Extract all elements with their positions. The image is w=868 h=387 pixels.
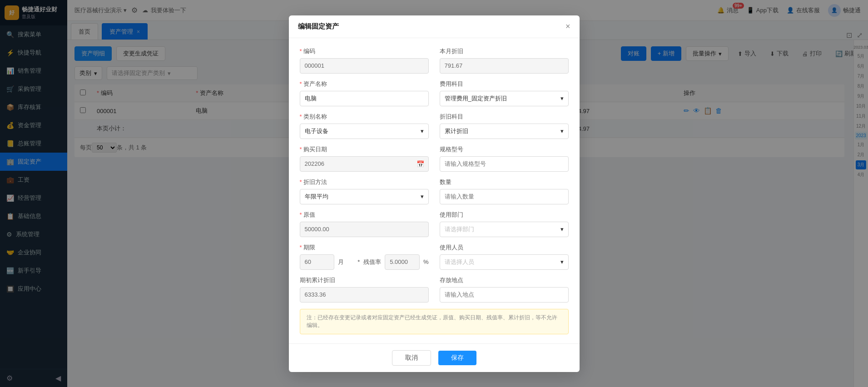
monthly-dep-label: 本月折旧 xyxy=(440,47,569,55)
quantity-field-row: 数量 xyxy=(440,178,569,204)
asset-name-label: * 资产名称 xyxy=(300,80,429,88)
expense-account-chevron-icon: ▾ xyxy=(560,95,564,102)
dep-account-field-row: 折旧科目 累计折旧 ▾ xyxy=(440,113,569,139)
dept-select[interactable]: 请选择部门 ▾ xyxy=(440,222,569,237)
dep-account-chevron-icon: ▾ xyxy=(560,128,564,134)
modal-note-text: 注：已经存在变更记录或者对应固定资产已经生成凭证，原值、购买日期、残值率、累计折… xyxy=(307,314,557,328)
cancel-button[interactable]: 取消 xyxy=(392,350,431,366)
dep-account-label: 折旧科目 xyxy=(440,113,569,121)
expense-account-value: 管理费用_固定资产折旧 xyxy=(445,94,507,103)
modal-body: * 编码 * 资产名称 xyxy=(289,38,580,343)
edit-asset-modal: 编辑固定资产 × * 编码 xyxy=(289,15,580,372)
asset-name-input[interactable] xyxy=(300,91,429,106)
category-select-value: 电子设备 xyxy=(305,127,328,135)
dep-method-select[interactable]: 年限平均 ▾ xyxy=(300,189,429,204)
location-label: 存放地点 xyxy=(440,276,569,284)
spec-label: 规格型号 xyxy=(440,145,569,154)
quantity-label: 数量 xyxy=(440,178,569,186)
purchase-date-label: * 购买日期 xyxy=(300,145,429,154)
spec-field-row: 规格型号 xyxy=(440,145,569,172)
initial-dep-label: 期初累计折旧 xyxy=(300,276,429,284)
residual-label: 残值率 xyxy=(363,258,381,266)
dep-account-select[interactable]: 累计折旧 ▾ xyxy=(440,124,569,139)
person-placeholder: 请选择人员 xyxy=(445,258,474,266)
dep-method-field-row: * 折旧方法 年限平均 ▾ xyxy=(300,178,429,204)
modal-close-btn[interactable]: × xyxy=(565,22,570,31)
dep-method-value: 年限平均 xyxy=(305,193,328,201)
modal-footer: 取消 保存 xyxy=(289,343,580,372)
period-unit: 月 xyxy=(338,258,344,266)
modal-header: 编辑固定资产 × xyxy=(289,15,580,38)
period-residual-field-row: * 期限 月 * 残值率 % xyxy=(300,243,429,270)
initial-dep-input xyxy=(300,287,429,303)
dept-chevron-icon: ▾ xyxy=(560,226,564,233)
category-chevron-icon: ▾ xyxy=(421,128,424,134)
code-input xyxy=(300,58,429,74)
original-value-label: * 原值 xyxy=(300,211,429,219)
dep-method-label: * 折旧方法 xyxy=(300,178,429,186)
residual-input xyxy=(385,254,420,270)
person-chevron-icon: ▾ xyxy=(560,258,564,265)
person-label: 使用人员 xyxy=(440,243,569,252)
modal-title: 编辑固定资产 xyxy=(298,22,339,31)
period-label: * 期限 xyxy=(300,243,429,252)
modal-note: 注：已经存在变更记录或者对应固定资产已经生成凭证，原值、购买日期、残值率、累计折… xyxy=(300,309,569,334)
calendar-icon: 📅 xyxy=(417,160,424,168)
code-field-row: * 编码 xyxy=(300,47,429,74)
original-value-field-row: * 原值 xyxy=(300,211,429,237)
spec-input[interactable] xyxy=(440,156,569,172)
initial-dep-field-row: 期初累计折旧 xyxy=(300,276,429,303)
category-select[interactable]: 电子设备 ▾ xyxy=(300,124,429,139)
modal-overlay: 编辑固定资产 × * 编码 xyxy=(0,0,868,387)
monthly-dep-field-row: 本月折旧 xyxy=(440,47,569,74)
monthly-dep-input xyxy=(440,58,569,74)
dept-field-row: 使用部门 请选择部门 ▾ xyxy=(440,211,569,237)
dept-placeholder: 请选择部门 xyxy=(445,225,474,233)
modal-form-grid: * 编码 * 资产名称 xyxy=(300,47,569,303)
dept-label: 使用部门 xyxy=(440,211,569,219)
quantity-input[interactable] xyxy=(440,189,569,204)
save-button[interactable]: 保存 xyxy=(438,351,476,365)
residual-unit: % xyxy=(423,258,429,265)
person-select[interactable]: 请选择人员 ▾ xyxy=(440,254,569,270)
category-field-row: * 类别名称 电子设备 ▾ xyxy=(300,113,429,139)
period-input xyxy=(300,254,335,270)
location-field-row: 存放地点 xyxy=(440,276,569,303)
purchase-date-field-row: * 购买日期 📅 xyxy=(300,145,429,172)
purchase-date-input xyxy=(300,156,429,172)
code-label: * 编码 xyxy=(300,47,429,55)
person-field-row: 使用人员 请选择人员 ▾ xyxy=(440,243,569,270)
expense-account-select[interactable]: 管理费用_固定资产折旧 ▾ xyxy=(440,91,569,106)
category-field-label: * 类别名称 xyxy=(300,113,429,121)
asset-name-field-row: * 资产名称 xyxy=(300,80,429,106)
expense-account-field-row: 费用科目 管理费用_固定资产折旧 ▾ xyxy=(440,80,569,106)
dep-method-chevron-icon: ▾ xyxy=(421,193,424,200)
location-input[interactable] xyxy=(440,287,569,303)
dep-account-value: 累计折旧 xyxy=(445,127,468,135)
original-value-input xyxy=(300,222,429,237)
expense-account-label: 费用科目 xyxy=(440,80,569,88)
